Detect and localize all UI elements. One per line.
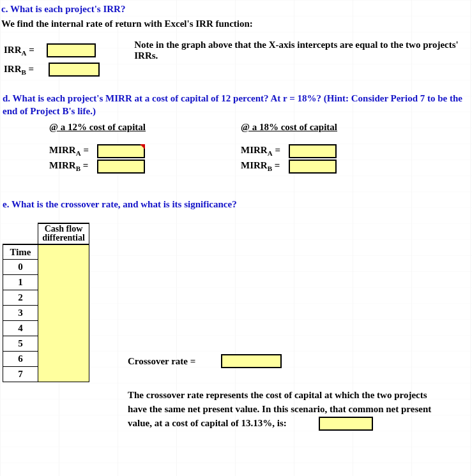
cf-3[interactable] [38,306,89,321]
mirr-b-18-label: MIRRB = [241,160,289,172]
cf-6[interactable] [38,352,89,367]
mirr-a-18-input[interactable] [289,144,337,158]
irr-b-label: IRRB = [4,64,49,76]
mirr-b-12-label: MIRRB = [49,160,97,172]
crossover-label: Crossover rate = [128,356,195,367]
row-6: 6 [3,352,38,367]
irr-note: Note in the graph above that the X-axis … [134,40,471,61]
cashflow-table: Cash flow differential Time 0 1 2 3 4 5 … [3,223,89,383]
row-4: 4 [3,321,38,336]
row-1: 1 [3,275,38,290]
section-c-title: c. What is each project's IRR? [1,4,471,15]
cf-2[interactable] [38,290,89,306]
mirr-b-18-input[interactable] [289,160,337,174]
mirr-col2-head: @ a 18% cost of capital [241,122,375,133]
cf-7[interactable] [38,367,89,382]
row-7: 7 [3,367,38,382]
irr-a-input[interactable] [47,43,96,57]
mirr-col1-head: @ a 12% cost of capital [49,122,183,133]
row-0: 0 [3,260,38,275]
cf-4[interactable] [38,321,89,336]
cf-0[interactable] [38,260,89,275]
common-npv-input[interactable] [319,417,373,431]
th-time: Time [3,244,38,260]
section-e-title: e. What is the crossover rate, and what … [3,199,471,210]
mirr-a-18-label: MIRRA = [241,145,289,157]
crossover-rate-input[interactable] [221,354,282,368]
irr-a-label: IRRA = [4,45,47,57]
section-d-title: d. What is each project's MIRR at a cost… [3,92,471,118]
cf-1[interactable] [38,275,89,290]
section-c-subtitle: We find the internal rate of return with… [1,19,471,29]
crossover-explain: The crossover rate represents the cost o… [128,389,460,431]
th-cash: Cash flow differential [40,225,88,243]
row-5: 5 [3,336,38,352]
mirr-b-12-input[interactable] [97,160,145,174]
mirr-a-12-input[interactable] [97,144,145,158]
row-3: 3 [3,306,38,321]
mirr-a-12-label: MIRRA = [49,145,97,157]
cf-5[interactable] [38,336,89,352]
row-2: 2 [3,290,38,306]
irr-b-input[interactable] [49,63,100,77]
